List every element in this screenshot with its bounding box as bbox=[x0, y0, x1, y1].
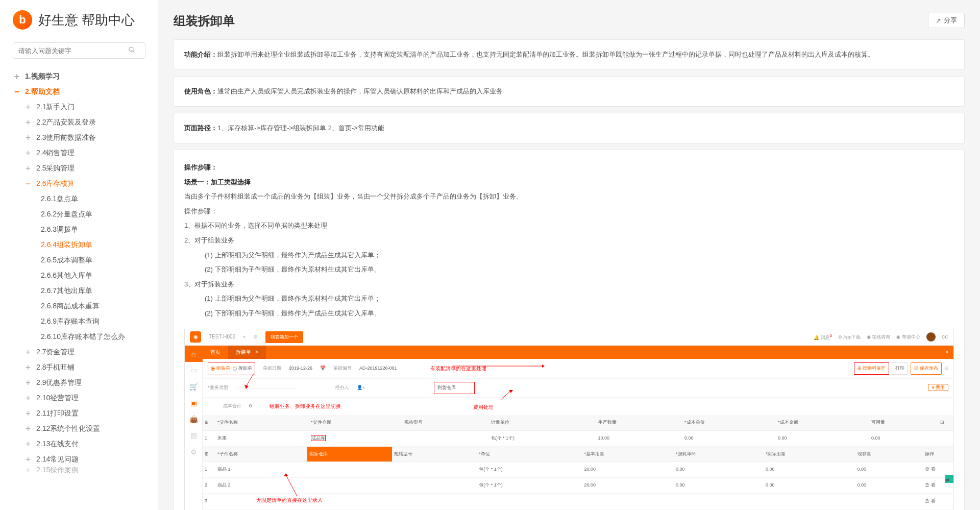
nav-2-13[interactable]: 2.13在线支付 bbox=[13, 436, 151, 452]
main-content: 组装拆卸单 分享 功能介绍：组装拆卸单用来处理企业组装或拆卸等加工业务，支持有固… bbox=[158, 0, 980, 510]
nav-2-6-10[interactable]: 2.6.10库存账本错了怎么办 bbox=[13, 329, 151, 345]
ss-anno3: 费用处理 bbox=[473, 402, 494, 413]
ss-online: ◉ 在线咨询 bbox=[867, 332, 891, 343]
step3-1: (1) 上部明细为父件明细，最终作为原材料生成其它出库单； bbox=[184, 292, 954, 306]
nav-2-14[interactable]: 2.14常见问题 bbox=[13, 452, 151, 467]
path-text: 1、库存核算->库存管理->组装拆卸单 2、首页->常用功能 bbox=[217, 124, 384, 132]
ss-radio-assemble: 组装单 bbox=[211, 363, 230, 374]
nav-2-15[interactable]: 2.15操作案例 bbox=[13, 467, 151, 473]
steps-label: 操作步骤： bbox=[184, 204, 954, 219]
content-card: 操作步骤： 场景一：加工类型选择 当由多个子件材料组装成一个成品的业务为【组装】… bbox=[174, 150, 965, 510]
step2-1: (1) 上部明细为父件明细，最终作为产成品生成其它入库单； bbox=[184, 248, 954, 263]
svg-marker-3 bbox=[542, 365, 545, 368]
nav-video-learning[interactable]: 1.视频学习 bbox=[13, 69, 151, 84]
collapse-icon[interactable] bbox=[13, 88, 21, 96]
ss-date-value: 2019-12-26 bbox=[289, 363, 312, 374]
ss-sidebar: ⌂ ▭ 🛒 ▣ 👜 ▤ ⚙ bbox=[185, 346, 203, 510]
nav-2-6[interactable]: 2.6库存核算 bbox=[13, 176, 151, 191]
role-text: 通常由生产人员或库管人员完成拆装业务的操作，库管人员确认原材料的出库和产成品的入… bbox=[217, 87, 503, 95]
ss-no-label: 单据编号 bbox=[333, 363, 352, 374]
ss-user: CC bbox=[942, 332, 948, 343]
nav-2-6-7[interactable]: 2.6.7其他出库单 bbox=[13, 283, 151, 299]
ss-expand-toggle: ⇄ bbox=[945, 475, 953, 483]
nav-help-docs[interactable]: 2.帮助文档 bbox=[13, 84, 151, 100]
svg-point-0 bbox=[129, 47, 133, 51]
expand-icon[interactable] bbox=[24, 134, 32, 142]
nav-2-6-1[interactable]: 2.6.1盘点单 bbox=[13, 191, 151, 207]
steps-title: 操作步骤： bbox=[184, 160, 954, 175]
ss-parent-table: ⊞ *父件名称 *父件仓库 规格型号 计量单位 生产数量 *成本单价 *成本金额… bbox=[203, 415, 953, 447]
nav-2-6-9[interactable]: 2.6.9库存账本查询 bbox=[13, 314, 151, 329]
ss-date-label: 单据日期 bbox=[263, 363, 281, 374]
ss-anno1: 有装配清单的在这里处理 bbox=[430, 363, 486, 374]
expand-icon[interactable] bbox=[24, 425, 32, 433]
ss-main: 首页 拆装单 × × 组装单 拆卸单 单据日期 2019 bbox=[203, 346, 953, 510]
expand-icon[interactable] bbox=[24, 467, 32, 473]
expand-icon[interactable] bbox=[24, 149, 32, 157]
expand-icon[interactable] bbox=[24, 164, 32, 173]
nav-2-6-5[interactable]: 2.6.5成本调整单 bbox=[13, 253, 151, 268]
svg-line-1 bbox=[133, 51, 135, 53]
nav-2-2[interactable]: 2.2产品安装及登录 bbox=[13, 115, 151, 130]
ss-home-icon: ⌂ bbox=[185, 346, 203, 362]
ss-topbar: ◉ TEST-H002 ▾ ⚙ 我要新加一个 🔔 消息0 ⊕ App下载 ◉ 在… bbox=[185, 329, 953, 346]
ss-warehouse-field: 到货仓库 bbox=[434, 382, 475, 394]
path-card: 页面路径：1、库存核算->库存管理->组装拆卸单 2、首页->常用功能 bbox=[174, 113, 965, 143]
nav-2-9[interactable]: 2.9优惠券管理 bbox=[13, 375, 151, 391]
svg-marker-5 bbox=[244, 385, 249, 389]
ss-cost-total-label: 成本合计 bbox=[223, 401, 241, 411]
nav-2-11[interactable]: 2.11打印设置 bbox=[13, 406, 151, 421]
role-card: 使用角色：通常由生产人员或库管人员完成拆装业务的操作，库管人员确认原材料的出库和… bbox=[174, 76, 965, 107]
nav-2-6-8[interactable]: 2.6.8商品成本重算 bbox=[13, 299, 151, 314]
ss-help: ◉ 帮助中心 bbox=[896, 332, 920, 343]
ss-save-button: ☑ 保存发布 bbox=[911, 362, 942, 375]
expand-icon[interactable] bbox=[24, 103, 32, 111]
search-icon[interactable] bbox=[128, 46, 135, 55]
expand-icon[interactable] bbox=[24, 440, 32, 448]
ss-tab-doc: 拆装单 × bbox=[228, 346, 266, 359]
share-button[interactable]: 分享 bbox=[928, 13, 965, 28]
scene1-title: 场景一：加工类型选择 bbox=[184, 175, 954, 190]
nav-2-4[interactable]: 2.4销售管理 bbox=[13, 145, 151, 161]
collapse-icon[interactable] bbox=[24, 180, 32, 188]
nav-2-6-4[interactable]: 2.6.4组装拆卸单 bbox=[13, 237, 151, 253]
ss-notif-icon: 🔔 消息0 bbox=[814, 332, 832, 343]
ss-cart-icon: 🛒 bbox=[185, 378, 203, 395]
ss-doc-icon: ▤ bbox=[185, 427, 203, 444]
nav-2-6-2[interactable]: 2.6.2分量盘点单 bbox=[13, 207, 151, 222]
ss-anno2: 组装业务、拆卸业务在这里切换 bbox=[270, 401, 341, 412]
nav-2-6-6[interactable]: 2.6.6其他入库单 bbox=[13, 268, 151, 283]
search-input[interactable] bbox=[13, 42, 145, 59]
ss-anno4: 无固定清单的直接在这里录入 bbox=[256, 495, 323, 506]
nav-2-6-3[interactable]: 2.6.3调拨单 bbox=[13, 222, 151, 237]
expand-icon[interactable] bbox=[24, 348, 32, 356]
ss-print-button: 打印 bbox=[892, 362, 908, 375]
nav-2-5[interactable]: 2.5采购管理 bbox=[13, 161, 151, 176]
step1: 1、根据不同的业务，选择不同单据的类型来处理 bbox=[184, 218, 954, 233]
nav-2-1[interactable]: 2.1新手入门 bbox=[13, 100, 151, 115]
path-label: 页面路径： bbox=[184, 124, 217, 132]
expand-icon[interactable] bbox=[24, 394, 32, 402]
ss-tool-button: ⊞ 按物料展开 bbox=[854, 362, 890, 375]
intro-text: 组装拆卸单用来处理企业组装或拆卸等加工业务，支持有固定装配清单的产品加工业务，也… bbox=[217, 51, 874, 58]
ss-child-table: ⊞ *子件名称 实际仓库 规格型号 *单位 *基本用量 *损耗率% *实际用量 bbox=[203, 447, 953, 510]
expand-icon[interactable] bbox=[24, 455, 32, 464]
expand-icon[interactable] bbox=[24, 118, 32, 127]
nav-2-3[interactable]: 2.3使用前数据准备 bbox=[13, 130, 151, 145]
nav-2-7[interactable]: 2.7资金管理 bbox=[13, 345, 151, 360]
expand-icon[interactable] bbox=[13, 72, 21, 81]
expand-icon[interactable] bbox=[24, 409, 32, 418]
brand: b 好生意 帮助中心 bbox=[13, 10, 151, 30]
ss-tab-home: 首页 bbox=[203, 346, 228, 359]
step2-2: (2) 下部明细为子件明细，最终作为原材料生成其它出库单。 bbox=[184, 262, 954, 277]
brand-title: 好生意 帮助中心 bbox=[38, 11, 135, 29]
expand-icon[interactable] bbox=[24, 379, 32, 387]
nav-2-8[interactable]: 2.8手机旺铺 bbox=[13, 360, 151, 375]
ss-operator-label: 经办人 bbox=[335, 383, 349, 393]
expand-icon[interactable] bbox=[24, 363, 32, 372]
ss-promo-button: 我要新加一个 bbox=[265, 331, 303, 344]
nav-2-10[interactable]: 2.10经营管理 bbox=[13, 391, 151, 406]
brand-logo: b bbox=[13, 10, 32, 30]
nav-2-12[interactable]: 2.12系统个性化设置 bbox=[13, 421, 151, 436]
ss-radio-disassemble: 拆卸单 bbox=[233, 363, 252, 374]
